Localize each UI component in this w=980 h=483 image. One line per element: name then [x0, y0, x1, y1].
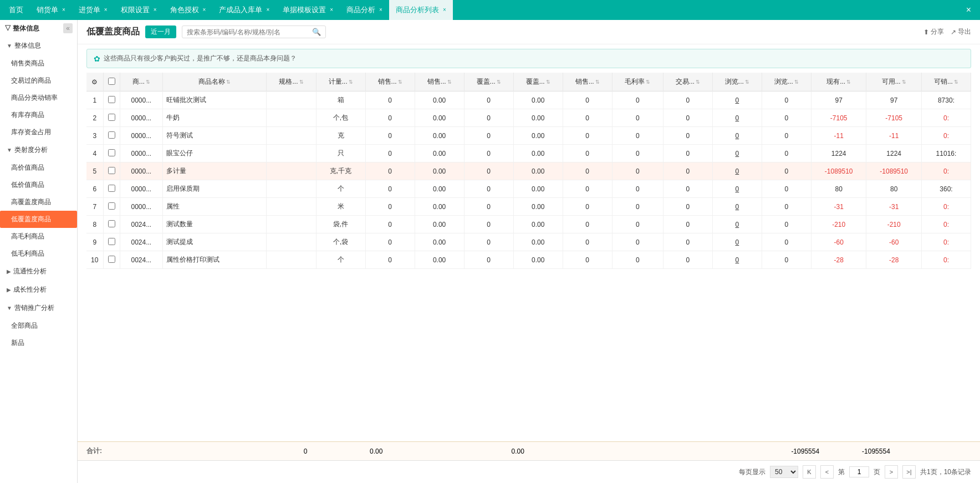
nav-template-settings-close[interactable]: × — [330, 0, 333, 20]
browse1-link[interactable]: 0 — [736, 114, 739, 122]
row-checkbox[interactable] — [108, 220, 115, 227]
nav-product-warehouse[interactable]: 产成品入库单 × — [212, 0, 276, 20]
col-spec[interactable]: 规格...⇅ — [267, 73, 316, 91]
col-cover1[interactable]: 覆盖...⇅ — [464, 73, 513, 91]
sidebar-section-overall[interactable]: ▼ 整体信息 — [0, 37, 77, 55]
sidebar-item-new-goods[interactable]: 新品 — [0, 334, 77, 352]
sidebar-item-high-value[interactable]: 高价值商品 — [0, 159, 77, 176]
row-name: 旺铺批次测试 — [163, 91, 267, 109]
row-cover1: 0 — [464, 233, 513, 251]
row-cover1: 0 — [464, 198, 513, 216]
sidebar-collapse-btn[interactable]: « — [63, 23, 73, 33]
nav-product-analysis-list-close[interactable]: × — [443, 0, 446, 20]
row-sales1: 0 — [365, 145, 415, 162]
col-unit[interactable]: 计量...⇅ — [316, 73, 365, 91]
page-title: 低覆盖度商品 — [86, 26, 140, 38]
col-checkbox[interactable] — [103, 73, 120, 91]
sidebar-item-traded-goods[interactable]: 交易过的商品 — [0, 72, 77, 89]
row-checkbox[interactable] — [108, 167, 115, 174]
col-code[interactable]: 商...⇅ — [120, 73, 163, 91]
row-code: 0000... — [120, 91, 163, 109]
nav-product-warehouse-close[interactable]: × — [266, 0, 269, 20]
nav-product-analysis-list[interactable]: 商品分析列表 × — [389, 0, 453, 20]
page-size-select[interactable]: 50 100 200 — [770, 466, 798, 478]
col-sales3[interactable]: 销售...⇅ — [563, 73, 612, 91]
row-cover2: 0.00 — [513, 109, 563, 127]
browse1-link[interactable]: 0 — [736, 167, 739, 175]
nav-product-analysis-close[interactable]: × — [379, 0, 382, 20]
browse1-link[interactable]: 0 — [736, 185, 739, 193]
prev-page-button[interactable]: < — [820, 465, 834, 479]
col-cover2[interactable]: 覆盖...⇅ — [513, 73, 563, 91]
col-gross-rate[interactable]: 毛利率⇅ — [612, 73, 663, 91]
sidebar-section-category-analysis[interactable]: ▼ 类射度分析 — [0, 141, 77, 159]
nav-permission-close[interactable]: × — [154, 0, 157, 20]
share-button[interactable]: ⬆ 分享 — [923, 27, 944, 37]
col-available[interactable]: 可用...⇅ — [866, 73, 922, 91]
col-sales1[interactable]: 销售...⇅ — [365, 73, 415, 91]
nav-role-auth-close[interactable]: × — [203, 0, 206, 20]
browse1-link[interactable]: 0 — [736, 132, 739, 140]
nav-home[interactable]: 首页 — [2, 0, 30, 20]
select-all-checkbox[interactable] — [108, 78, 115, 85]
row-cover2: 0.00 — [513, 127, 563, 145]
sidebar-item-high-profit[interactable]: 高毛利商品 — [0, 228, 77, 245]
search-input[interactable] — [187, 28, 310, 36]
browse1-link[interactable]: 0 — [736, 96, 739, 104]
col-settings[interactable]: ⚙ — [86, 73, 103, 91]
sidebar-item-category-rate[interactable]: 商品分类动销率 — [0, 89, 77, 106]
nav-sales-order-close[interactable]: × — [62, 0, 65, 20]
nav-role-auth[interactable]: 角色授权 × — [164, 0, 213, 20]
browse1-link[interactable]: 0 — [736, 203, 739, 211]
col-trade[interactable]: 交易...⇅ — [663, 73, 712, 91]
browse1-link[interactable]: 0 — [736, 221, 739, 228]
sidebar-item-low-value[interactable]: 低价值商品 — [0, 176, 77, 194]
nav-purchase-order-close[interactable]: × — [104, 0, 108, 20]
sidebar-item-sales-goods[interactable]: 销售类商品 — [0, 55, 77, 72]
sidebar-section-marketing[interactable]: ▼ 营销推广分析 — [0, 299, 77, 317]
last-page-button[interactable]: >| — [902, 465, 916, 479]
row-code: 0024... — [120, 233, 163, 251]
nav-sales-order[interactable]: 销货单 × — [30, 0, 72, 20]
col-saleable[interactable]: 可销...⇅ — [921, 73, 971, 91]
nav-purchase-order[interactable]: 进货单 × — [72, 0, 114, 20]
col-browse1[interactable]: 浏览...⇅ — [712, 73, 762, 91]
row-checkbox[interactable] — [108, 238, 115, 245]
nav-product-analysis[interactable]: 商品分析 × — [340, 0, 389, 20]
sidebar-item-stock-goods[interactable]: 有库存商品 — [0, 106, 77, 124]
sidebar-section-growth[interactable]: ▶ 成长性分析 — [0, 281, 77, 299]
sidebar-item-all-goods[interactable]: 全部商品 — [0, 317, 77, 334]
next-page-button[interactable]: > — [885, 465, 898, 479]
row-checkbox[interactable] — [108, 96, 115, 103]
row-unit: 克 — [316, 127, 365, 145]
export-button[interactable]: ↗ 导出 — [951, 27, 971, 37]
row-checkbox[interactable] — [108, 114, 115, 121]
col-current[interactable]: 现有...⇅ — [811, 73, 866, 91]
window-close-button[interactable]: × — [959, 5, 978, 15]
time-filter-button[interactable]: 近一月 — [145, 26, 176, 38]
current-page-input[interactable] — [849, 466, 869, 477]
col-browse2[interactable]: 浏览...⇅ — [762, 73, 811, 91]
browse1-link[interactable]: 0 — [736, 238, 739, 246]
browse1-link[interactable]: 0 — [736, 150, 739, 157]
row-checkbox[interactable] — [108, 256, 115, 263]
sidebar-item-capital[interactable]: 库存资金占用 — [0, 124, 77, 141]
sidebar-section-circulation[interactable]: ▶ 流通性分析 — [0, 262, 77, 281]
row-browse1: 0 — [712, 109, 762, 127]
row-checkbox[interactable] — [108, 202, 115, 210]
sidebar-item-low-coverage[interactable]: 低覆盖度商品 — [0, 211, 77, 228]
nav-permission[interactable]: 权限设置 × — [114, 0, 164, 20]
sidebar-item-low-profit[interactable]: 低毛利商品 — [0, 245, 77, 262]
search-icon[interactable]: 🔍 — [312, 28, 321, 36]
row-checkbox[interactable] — [108, 149, 115, 156]
row-checkbox[interactable] — [108, 131, 115, 139]
sidebar-item-high-coverage[interactable]: 高覆盖度商品 — [0, 194, 77, 211]
col-name[interactable]: 商品名称⇅ — [163, 73, 267, 91]
browse1-link[interactable]: 0 — [736, 256, 739, 264]
col-sales2[interactable]: 销售...⇅ — [415, 73, 464, 91]
first-page-button[interactable]: K — [803, 465, 816, 479]
row-trade: 0 — [663, 180, 712, 198]
content-area: 低覆盖度商品 近一月 🔍 ⬆ 分享 ↗ 导出 ✿ 这些商品只有很少客户购买过，是… — [78, 20, 980, 483]
row-checkbox[interactable] — [108, 185, 115, 192]
nav-template-settings[interactable]: 单据模板设置 × — [276, 0, 340, 20]
